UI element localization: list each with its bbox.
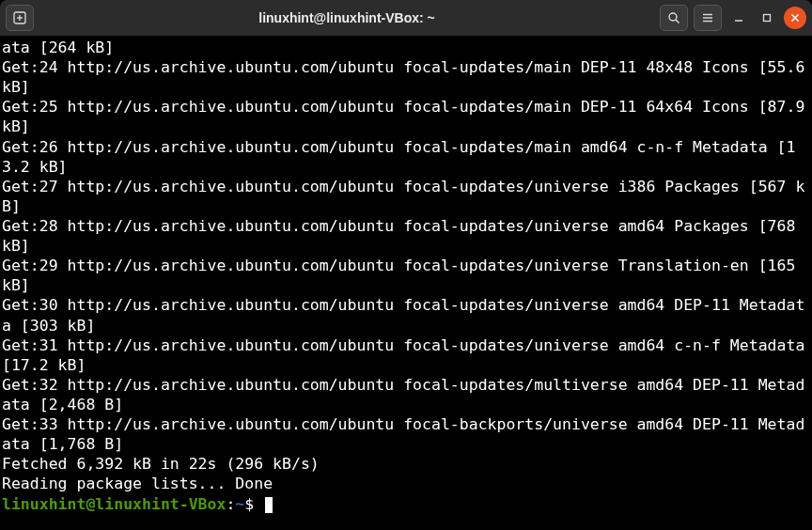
search-button[interactable] (660, 5, 688, 31)
svg-line-4 (676, 20, 679, 23)
prompt-path: ~ (235, 495, 244, 513)
menu-button[interactable] (694, 5, 722, 31)
titlebar-right (660, 5, 806, 31)
hamburger-icon (701, 11, 714, 24)
terminal-line: Get:30 http://us.archive.ubuntu.com/ubun… (2, 296, 804, 334)
new-tab-button[interactable] (6, 5, 34, 31)
minimize-button[interactable] (727, 7, 750, 29)
new-tab-icon (13, 11, 26, 24)
window-title: linuxhint@linuxhint-VBox: ~ (39, 10, 654, 25)
maximize-button[interactable] (756, 7, 778, 29)
terminal-viewport[interactable]: ata [264 kB] Get:24 http://us.archive.ub… (0, 36, 812, 530)
maximize-icon (761, 12, 773, 23)
terminal-line: Reading package lists... Done (2, 475, 273, 492)
terminal-line: Get:27 http://us.archive.ubuntu.com/ubun… (2, 178, 804, 215)
terminal-line: ata [264 kB] (2, 39, 114, 56)
cursor (265, 497, 273, 513)
minimize-icon (733, 12, 744, 23)
search-icon (667, 11, 680, 24)
terminal-line: Get:33 http://us.archive.ubuntu.com/ubun… (2, 415, 804, 453)
close-icon (789, 12, 801, 23)
close-button[interactable] (784, 7, 806, 29)
prompt-dollar: $ (244, 495, 263, 513)
terminal-line: Get:31 http://us.archive.ubuntu.com/ubun… (2, 336, 812, 374)
svg-rect-9 (764, 15, 771, 22)
svg-point-3 (669, 13, 677, 21)
prompt-user-host: linuxhint@linuxhint-VBox (2, 495, 226, 513)
prompt-separator: : (226, 495, 235, 513)
terminal-line: Get:25 http://us.archive.ubuntu.com/ubun… (2, 98, 812, 135)
terminal-line: Get:24 http://us.archive.ubuntu.com/ubun… (2, 58, 812, 96)
terminal-line: Get:32 http://us.archive.ubuntu.com/ubun… (2, 376, 804, 413)
terminal-line: Get:26 http://us.archive.ubuntu.com/ubun… (2, 138, 795, 176)
titlebar: linuxhint@linuxhint-VBox: ~ (0, 0, 812, 36)
terminal-line: Fetched 6,392 kB in 22s (296 kB/s) (2, 455, 320, 473)
terminal-line: Get:29 http://us.archive.ubuntu.com/ubun… (2, 257, 804, 294)
terminal-line: Get:28 http://us.archive.ubuntu.com/ubun… (2, 217, 804, 255)
